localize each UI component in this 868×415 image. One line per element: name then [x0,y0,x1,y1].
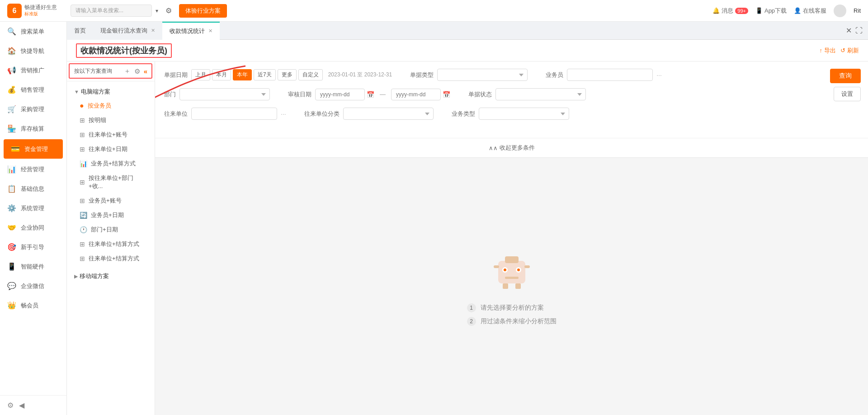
filter-audit-date-field: 审核日期 📅 — 📅 [288,89,450,100]
salesperson-input[interactable] [567,69,653,81]
sidebar-item-business[interactable]: 📊 经营管理 [0,160,66,179]
sidebar-item-wechat[interactable]: 💬 企业微信 [0,276,66,296]
audit-date-end-wrapper: 📅 [391,89,450,100]
tab-bank-flow-close[interactable]: ✕ [151,28,155,33]
page-title: 收款情况统计(按业务员) [76,43,172,58]
gear-icon[interactable]: ⚙ [165,6,172,15]
more-date-btn[interactable]: 更多 [278,69,297,80]
svg-rect-1 [505,256,519,263]
sidebar-item-member[interactable]: 👑 畅会员 [0,296,66,315]
biztype-label: 业务类型 [452,110,475,118]
partner-cat-select[interactable] [343,108,434,120]
sidebar-item-hardware[interactable]: 📱 智能硬件 [0,257,66,276]
search-icon: 🔍 [7,27,16,36]
scheme-settings-btn[interactable]: ⚙ [134,67,140,75]
filter-partner-field: 往来单位 ··· [164,108,286,120]
sidebar-item-guide[interactable]: 🎯 新手引导 [0,237,66,257]
tab-receipt-stats-close[interactable]: ✕ [208,28,212,34]
custom-date-btn[interactable]: 自定义 [298,69,323,80]
sidebar-item-sales[interactable]: 💰 销售管理 [0,80,66,99]
salesperson-more-btn[interactable]: ··· [656,71,662,79]
svg-rect-6 [505,277,519,279]
logo-text: 畅捷通好生意 [24,4,57,11]
dept-select[interactable] [179,88,270,100]
scheme-sp-settle-icon: 📊 [80,160,87,167]
tab-receipt-stats[interactable]: 收款情况统计 ✕ [162,22,220,40]
scheme-item-dept-date[interactable]: 🕐 部门+日期 [67,222,155,237]
this-month-btn[interactable]: 本月 [212,69,231,80]
export-btn[interactable]: ↑ 导出 [820,47,836,55]
audit-date-start[interactable] [315,89,365,100]
scheme-mobile-group-title[interactable]: ▶ 移动端方案 [67,269,155,283]
svg-rect-7 [494,265,499,268]
filter-layout: 单据日期 上月 本月 本年 近7天 更多 自定义 2023-01-01 至 20… [155,61,868,134]
sidebar-collapse-icon[interactable]: ◀ [19,401,24,410]
tab-bank-flow[interactable]: 现金银行流水查询 ✕ [93,22,162,40]
trial-button[interactable]: 体验行业方案 [179,4,227,18]
scheme-item-partner-settle2[interactable]: ⊞ 往来单位+结算方式 [67,251,155,266]
partner-label: 往来单位 [164,110,188,118]
sidebar-item-marketing[interactable]: 📢 营销推广 [0,61,66,80]
sidebar-label-enterprise: 企业协同 [21,224,44,232]
refresh-btn[interactable]: ↺ 刷新 [840,47,859,55]
header-search-box[interactable]: 请输入菜单名搜索... [71,5,152,17]
finance-icon: 💳 [11,145,20,153]
nav-dropdown-btn[interactable]: ▾ [156,8,158,14]
biztype-select[interactable] [479,108,569,120]
filter-fields: 单据日期 上月 本月 本年 近7天 更多 自定义 2023-01-01 至 20… [155,61,823,134]
tab-home[interactable]: 首页 [67,22,93,40]
top-header: 6 畅捷通好生意 标准版 请输入菜单名搜索... ▾ ⚙ 体验行业方案 🔔 消息… [0,0,868,22]
header-nav: 请输入菜单名搜索... ▾ ⚙ 体验行业方案 [71,4,712,18]
chevron-up-icon: ∧∧ [489,145,498,151]
window-maximize-icon[interactable]: ⛶ [855,27,863,35]
online-service-btn[interactable]: 👤 在线客服 [794,7,826,15]
doctype-select[interactable] [437,69,528,81]
scheme-item-partner-dept[interactable]: ⊞ 按往来单位+部门+收... [67,171,155,193]
message-btn[interactable]: 🔔 消息 99+ [712,7,748,15]
sidebar-item-enterprise[interactable]: 🤝 企业协同 [0,218,66,237]
sidebar: 🔍 搜索菜单 🏠 快捷导航 📢 营销推广 💰 销售管理 🛒 采购管理 🏪 库存核… [0,22,67,415]
partner-input[interactable] [191,108,277,120]
scheme-item-partner-date[interactable]: ⊞ 往来单位+日期 [67,142,155,156]
sidebar-label-hardware: 智能硬件 [21,263,44,271]
scheme-add-btn[interactable]: ＋ [124,67,131,75]
scheme-panel-title: 按以下方案查询 [74,67,120,75]
enterprise-icon: 🤝 [7,223,16,232]
sidebar-item-system[interactable]: ⚙️ 系统管理 [0,198,66,218]
prev-month-btn[interactable]: 上月 [191,69,210,80]
user-avatar[interactable] [834,5,846,17]
docstatus-select[interactable] [495,88,586,100]
sidebar-item-inventory[interactable]: 🏪 库存核算 [0,119,66,138]
sidebar-item-basic[interactable]: 📋 基础信息 [0,179,66,198]
scheme-desktop-group-title[interactable]: ▼ 电脑端方案 [67,85,155,99]
scheme-item-by-detail[interactable]: ⊞ 按明细 [67,113,155,127]
window-minimize-icon[interactable]: ✕ [846,26,852,35]
sidebar-item-search[interactable]: 🔍 搜索菜单 [0,22,66,41]
sidebar-label-sales: 销售管理 [21,86,44,94]
cal-start-icon[interactable]: 📅 [367,91,374,98]
this-year-btn[interactable]: 本年 [233,69,252,80]
sidebar-item-purchase[interactable]: 🛒 采购管理 [0,99,66,119]
logo-icon: 6 [7,4,22,18]
sidebar-settings-icon[interactable]: ⚙ [7,401,14,410]
scheme-item-partner-account[interactable]: ⊞ 往来单位+账号 [67,127,155,142]
partner-more-btn[interactable]: ··· [281,110,286,118]
settings-button[interactable]: 设置 [834,87,861,101]
collapse-more-btn[interactable]: ∧∧ 收起更多条件 [489,144,535,152]
basic-icon: 📋 [7,184,16,193]
sidebar-item-finance[interactable]: 💳 资金管理 [4,139,63,159]
scheme-item-by-salesperson[interactable]: ● 按业务员 [67,99,155,113]
scheme-collapse-btn[interactable]: « [144,67,147,75]
cal-end-icon[interactable]: 📅 [443,91,450,98]
app-download-btn[interactable]: 📱 App下载 [755,7,787,15]
query-button[interactable]: 查询 [830,69,861,83]
scheme-item-sp-date[interactable]: 🔄 业务员+日期 [67,208,155,222]
last7-btn[interactable]: 近7天 [254,69,276,80]
filter-docstatus-field: 单据状态 [468,88,586,100]
scheme-item-salesperson-settle[interactable]: 📊 业务员+结算方式 [67,156,155,171]
sidebar-item-quick-nav[interactable]: 🏠 快捷导航 [0,41,66,61]
audit-date-end[interactable] [391,89,441,100]
scheme-item-sp-account[interactable]: ⊞ 业务员+账号 [67,193,155,208]
sidebar-label-wechat: 企业微信 [21,282,44,290]
scheme-item-partner-settle1[interactable]: ⊞ 往来单位+结算方式 [67,237,155,251]
